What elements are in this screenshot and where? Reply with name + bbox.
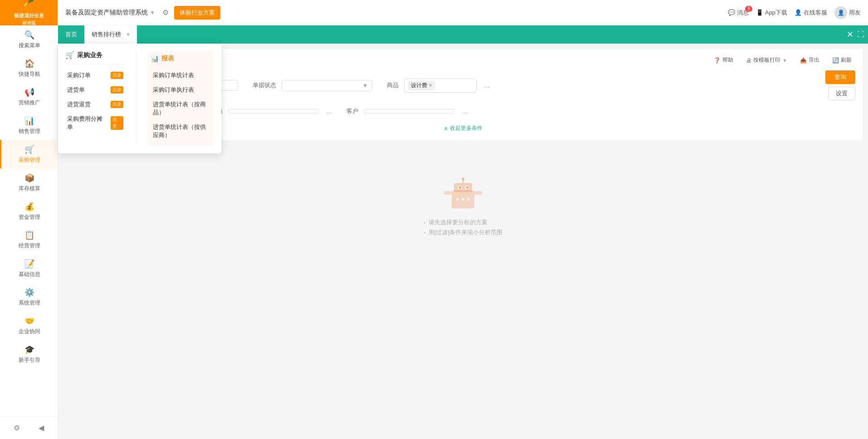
purchase-business-title: 🛒 采购业务 [65, 51, 125, 64]
purchase-expense-item[interactable]: 采购费用分摊单 历史 [65, 112, 125, 134]
tab-close-icon[interactable]: × [127, 31, 130, 38]
empty-illustration [440, 177, 486, 213]
query-button[interactable]: 查询 [825, 70, 855, 84]
customer-dots[interactable]: ... [462, 107, 468, 115]
tab-expand-btn[interactable]: ⛶ [857, 30, 864, 39]
goods-return-item[interactable]: 进货退货 历史 [65, 97, 125, 112]
industry-btn[interactable]: 体验行业方案 [174, 6, 220, 20]
empty-state: 请先选择要分析的方案 用[过滤]条件来缩小分析范围 [63, 140, 863, 275]
sidebar-footer: ⚙ ◀ [0, 416, 58, 439]
print-btn[interactable]: 🖨 按模板打印 ▼ [742, 54, 791, 66]
marketing-icon: 📢 [24, 87, 34, 97]
sidebar-item-system[interactable]: ⚙️ 系统管理 [0, 283, 58, 311]
refresh-btn[interactable]: 🔄 刷新 [829, 54, 855, 66]
header-title-select[interactable]: 装备及固定资产辅助管理系统 ▼ [65, 9, 155, 17]
header-right: 💬 消息 9 📱 App下载 👤 在线客服 👤 用友 [728, 6, 861, 19]
sidebar-item-finance[interactable]: 💰 资金管理 [0, 197, 58, 226]
sidebar-item-sales[interactable]: 📊 销售管理 [0, 111, 58, 140]
goods-tag-close[interactable]: × [429, 82, 432, 89]
refresh-label: 刷新 [841, 56, 852, 64]
purchase-report-title: 📊 报表 [151, 54, 211, 66]
sidebar-item-operation[interactable]: 📋 经营管理 [0, 226, 58, 254]
goods-return-label: 进货退货 [67, 100, 91, 109]
header-gear-icon[interactable]: ⚙ [162, 8, 169, 17]
purchase-business-label: 采购业务 [77, 51, 102, 59]
logo-name: 畅捷通好生意 [14, 12, 44, 19]
settings-footer-btn[interactable]: ⚙ [11, 421, 22, 434]
goods-return-hist: 历史 [111, 101, 123, 108]
sidebar-item-marketing[interactable]: 📢 营销推广 [0, 83, 58, 111]
menu-divider [136, 51, 137, 146]
inventory-icon: 📦 [24, 173, 34, 183]
export-btn[interactable]: 📤 导出 [796, 54, 823, 66]
collapse-icon: ∧ [444, 125, 448, 132]
export-label: 导出 [809, 56, 819, 64]
customer-select[interactable] [364, 109, 454, 113]
tab-close-btn[interactable]: ✕ [847, 30, 853, 39]
tab-sales-rank[interactable]: 销售排行榜 × [84, 25, 137, 44]
svg-point-5 [466, 187, 468, 188]
header: 装备及固定资产辅助管理系统 ▼ ⚙ 体验行业方案 💬 消息 9 📱 App下载 … [58, 0, 868, 25]
purchase-order-exec-item[interactable]: 采购订单执行表 [151, 83, 211, 97]
home-icon: 🏠 [24, 59, 34, 69]
sidebar-label-marketing: 营销推广 [19, 99, 40, 107]
svg-point-7 [462, 178, 464, 180]
collapse-sidebar-btn[interactable]: ◀ [36, 421, 46, 434]
sidebar-item-inventory[interactable]: 📦 库存核算 [0, 168, 58, 197]
goods-stats-by-supplier-item[interactable]: 进货单统计表（按供应商） [151, 120, 211, 143]
print-icon: 🖨 [746, 57, 751, 64]
help-label: 帮助 [722, 56, 733, 64]
tabs-bar: 首页 销售排行榜 × ✕ ⛶ [58, 25, 868, 44]
sidebar-item-cooperation[interactable]: 🤝 企业协同 [0, 311, 58, 340]
svg-point-4 [459, 187, 461, 188]
notifications-btn[interactable]: 💬 消息 9 [728, 9, 749, 17]
goods-stats-by-product-item[interactable]: 进货单统计表（按商品） [151, 97, 211, 120]
basic-icon: 📝 [24, 259, 34, 269]
header-title: 装备及固定资产辅助管理系统 [65, 9, 148, 17]
salesman-select[interactable] [228, 109, 319, 113]
sidebar-label-finance: 资金管理 [19, 213, 40, 221]
sidebar-label-quicknav: 快捷导航 [19, 70, 40, 78]
filter-actions: 查询 设置 [825, 70, 855, 100]
sidebar-item-quick-nav[interactable]: 🏠 快捷导航 [0, 54, 58, 83]
phone-icon: 📱 [756, 9, 763, 16]
purchase-order-label: 采购订单 [67, 71, 91, 79]
help-btn[interactable]: ❓ 帮助 [710, 54, 737, 66]
goods-select[interactable]: 设计费 × [404, 79, 477, 93]
print-dropdown-icon: ▼ [782, 58, 787, 63]
sidebar-item-search[interactable]: 🔍 搜索菜单 [0, 25, 58, 54]
bill-status-dropdown: ▼ [362, 82, 368, 89]
salesman-dots[interactable]: ... [326, 107, 332, 115]
bill-status-label: 单据状态 [253, 81, 276, 89]
sidebar-item-purchase[interactable]: 🛒 采购管理 [0, 140, 58, 168]
user-btn[interactable]: 👤 用友 [834, 6, 861, 19]
hint1: 请先选择要分析的方案 [429, 218, 488, 227]
online-service-label: 在线客服 [804, 9, 827, 17]
goods-stats-by-product-label: 进货单统计表（按商品） [153, 100, 209, 117]
cooperation-icon: 🤝 [24, 316, 34, 326]
goods-label: 商品 [387, 81, 399, 89]
settings-button[interactable]: 设置 [828, 87, 855, 100]
goods-receipt-item[interactable]: 进货单 历史 [65, 83, 125, 97]
purchase-order-stats-label: 采购订单统计表 [153, 71, 194, 79]
bill-status-select[interactable]: ▼ [282, 80, 372, 91]
sidebar: 🍊 畅捷通好生意 标准版 🔍 搜索菜单 🏠 快捷导航 📢 营销推广 📊 销售管理… [0, 0, 58, 439]
sidebar-item-guide[interactable]: 🎓 新手引导 [0, 340, 58, 369]
app-download-btn[interactable]: 📱 App下载 [756, 9, 787, 17]
notifications-badge: 9 [745, 6, 752, 12]
purchase-order-stats-item[interactable]: 采购订单统计表 [151, 68, 211, 83]
guide-icon: 🎓 [24, 345, 34, 355]
purchase-business-icon: 🛒 [65, 51, 74, 59]
purchase-business-col: 🛒 采购业务 采购订单 历史 进货单 历史 进货退货 历史 采购费用分摊单 历史 [65, 51, 125, 146]
sidebar-item-basic[interactable]: 📝 基础信息 [0, 254, 58, 283]
goods-stats-by-supplier-label: 进货单统计表（按供应商） [153, 123, 209, 139]
purchase-order-item[interactable]: 采购订单 历史 [65, 68, 125, 83]
tab-home[interactable]: 首页 [58, 25, 84, 44]
sidebar-label-purchase: 采购管理 [19, 156, 40, 164]
user-label: 用友 [849, 9, 861, 17]
report-label: 报表 [161, 54, 174, 63]
header-dropdown-icon: ▼ [150, 10, 155, 16]
goods-dots[interactable]: ... [484, 81, 490, 89]
online-service-btn[interactable]: 👤 在线客服 [795, 9, 827, 17]
sidebar-label-guide: 新手引导 [19, 356, 40, 364]
